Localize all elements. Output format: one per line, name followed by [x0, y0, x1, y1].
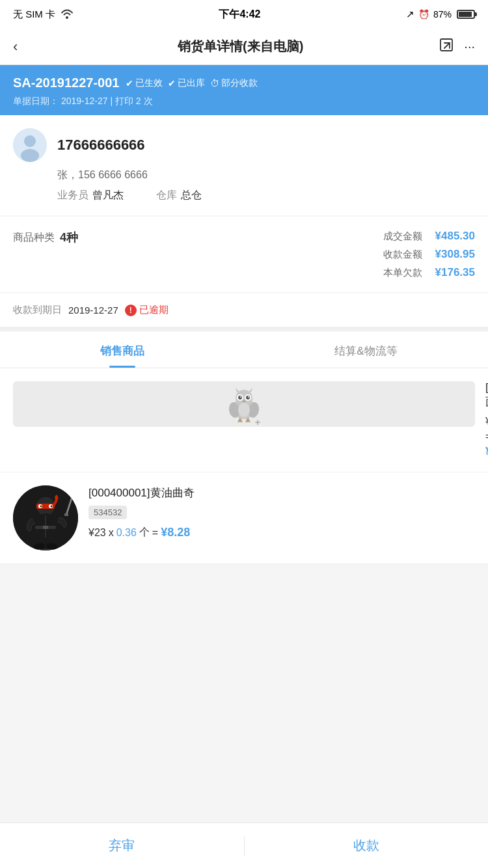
status-shipped: ✔ 已出库 — [168, 77, 205, 89]
debt-row: 本单欠款 ¥176.35 — [383, 266, 475, 279]
svg-point-34 — [51, 506, 53, 508]
order-header-banner: SA-20191227-001 ✔ 已生效 ✔ 已出库 ⏱ 部分收款 单据日期：… — [0, 65, 488, 115]
product-info-bread: [0000002]面包 ¥40 x 5 袋 = ¥199.99 — [485, 381, 488, 459]
check-icon-2: ✔ — [168, 78, 176, 88]
share-button[interactable] — [439, 38, 454, 55]
amount-row: 成交金额 ¥485.30 — [383, 230, 475, 243]
product-price-bread: ¥40 x 5 袋 = ¥199.99 — [485, 414, 488, 459]
status-effective: ✔ 已生效 — [126, 77, 163, 89]
product-info-cookie: [000400001]黄油曲奇 534532 ¥23 x 0.36 个 = ¥8… — [88, 485, 475, 539]
svg-text:+: + — [255, 417, 260, 427]
tab-settlement-logistics[interactable]: 结算&物流等 — [244, 332, 488, 368]
status-partial-payment: ⏱ 部分收款 — [210, 77, 258, 89]
svg-rect-0 — [441, 39, 452, 51]
amount-value: ¥485.30 — [435, 230, 475, 243]
product-price-cookie: ¥23 x 0.36 个 = ¥8.28 — [88, 526, 475, 539]
customer-meta: 业务员 曾凡杰 仓库 总仓 — [13, 189, 475, 202]
carrier-text: 无 SIM 卡 — [13, 8, 55, 21]
salesperson-meta: 业务员 曾凡杰 — [57, 189, 124, 202]
status-right: ↗ ⏰ 87% — [406, 8, 475, 20]
svg-point-18 — [238, 403, 250, 417]
avatar — [13, 128, 47, 162]
alarm-icon: ⏰ — [418, 9, 429, 20]
status-badges: ✔ 已生效 ✔ 已出库 ⏱ 部分收款 — [126, 77, 258, 89]
svg-point-33 — [40, 506, 42, 508]
received-label: 收款金额 — [383, 249, 422, 261]
check-icon-1: ✔ — [126, 78, 133, 88]
location-icon: ↗ — [406, 8, 414, 20]
customer-section: 17666666666 张，156 6666 6666 业务员 曾凡杰 仓库 总… — [0, 115, 488, 215]
order-date-row: 单据日期： 2019-12-27 | 打印 2 次 — [13, 96, 475, 107]
tab-sales-products[interactable]: 销售商品 — [0, 332, 244, 368]
status-time: 下午4:42 — [219, 8, 260, 21]
warehouse-name: 总仓 — [181, 189, 202, 202]
nav-actions: ··· — [439, 38, 475, 55]
stats-section: 商品种类 4种 成交金额 ¥485.30 收款金额 ¥308.95 本单欠款 ¥… — [0, 217, 488, 292]
warehouse-label: 仓库 — [156, 189, 177, 202]
wifi-icon — [61, 8, 74, 21]
due-date-section: 收款到期日 2019-12-27 ! 已逾期 — [0, 293, 488, 331]
page-title: 销货单详情(来自电脑) — [42, 38, 439, 55]
qty-cookie: 0.36 — [116, 527, 137, 539]
more-button[interactable]: ··· — [464, 39, 475, 54]
due-date-label: 收款到期日 — [13, 304, 62, 316]
salesperson-name: 曾凡杰 — [92, 189, 124, 202]
customer-phone: 17666666666 — [57, 137, 145, 154]
total-bread: ¥199.99 — [485, 445, 488, 459]
financial-stats: 成交金额 ¥485.30 收款金额 ¥308.95 本单欠款 ¥176.35 — [383, 230, 475, 279]
status-bar: 无 SIM 卡 下午4:42 ↗ ⏰ 87% — [0, 0, 488, 29]
product-item-cookie: BUTTER [000400001]黄油曲奇 534532 ¥23 x 0.36… — [0, 472, 488, 564]
back-button[interactable]: ‹ — [13, 38, 42, 55]
tabs: 销售商品 结算&物流等 — [0, 332, 488, 368]
svg-rect-38 — [64, 513, 68, 516]
overdue-text: 已逾期 — [139, 304, 169, 316]
battery-icon — [457, 10, 475, 19]
svg-point-10 — [246, 396, 250, 400]
product-name-cookie: [000400001]黄油曲奇 — [88, 485, 475, 500]
received-value: ¥308.95 — [435, 248, 475, 261]
product-tag-cookie: 534532 — [88, 506, 127, 519]
customer-row: 17666666666 — [13, 128, 475, 162]
status-left: 无 SIM 卡 — [13, 8, 74, 21]
total-cookie: ¥8.28 — [161, 526, 190, 539]
due-date-value: 2019-12-27 — [68, 305, 118, 316]
product-item-bread: + [0000002]面包 ¥40 x 5 袋 = ¥199.99 — [0, 368, 488, 472]
amount-label: 成交金额 — [383, 230, 422, 243]
svg-rect-40 — [43, 526, 48, 529]
svg-point-2 — [24, 135, 36, 147]
debt-label: 本单欠款 — [383, 267, 422, 279]
svg-text:BUTTER: BUTTER — [38, 549, 54, 550]
svg-point-12 — [248, 396, 249, 398]
debt-value: ¥176.35 — [435, 266, 475, 279]
product-type-value: 4种 — [60, 230, 78, 245]
svg-point-3 — [21, 149, 39, 162]
customer-name-phone: 张，156 6666 6666 — [13, 169, 475, 182]
product-type-count: 商品种类 4种 — [13, 230, 78, 245]
overdue-badge: ! 已逾期 — [125, 304, 169, 316]
svg-point-11 — [240, 396, 241, 398]
warehouse-meta: 仓库 总仓 — [156, 189, 202, 202]
cancel-audit-button[interactable]: 弃审 — [0, 826, 244, 865]
product-image-cookie: BUTTER — [13, 485, 78, 550]
overdue-icon: ! — [125, 305, 137, 316]
battery-percent: 87% — [433, 9, 452, 20]
product-image-bread: + — [13, 381, 475, 427]
received-row: 收款金额 ¥308.95 — [383, 248, 475, 261]
salesperson-label: 业务员 — [57, 189, 88, 202]
order-id-row: SA-20191227-001 ✔ 已生效 ✔ 已出库 ⏱ 部分收款 — [13, 75, 475, 90]
svg-point-9 — [238, 396, 242, 400]
nav-bar: ‹ 销货单详情(来自电脑) ··· — [0, 29, 488, 65]
product-type-label: 商品种类 — [13, 231, 55, 245]
collect-payment-button[interactable]: 收款 — [245, 826, 489, 865]
product-name-bread: [0000002]面包 — [485, 381, 488, 409]
product-list: + [0000002]面包 ¥40 x 5 袋 = ¥199.99 — [0, 368, 488, 577]
order-id: SA-20191227-001 — [13, 75, 119, 90]
bottom-bar: 弃审 收款 — [0, 822, 488, 868]
clock-icon: ⏱ — [210, 78, 219, 88]
